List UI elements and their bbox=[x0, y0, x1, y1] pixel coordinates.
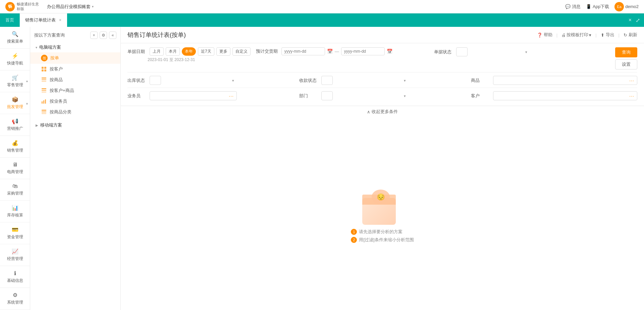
scheme-by-order[interactable]: 按 按单 bbox=[30, 52, 120, 64]
collapse-icon: ∧ bbox=[367, 109, 370, 114]
salesperson-more-icon[interactable]: ··· bbox=[226, 93, 236, 99]
message-button[interactable]: 💬 消息 bbox=[565, 4, 581, 10]
goods-input[interactable] bbox=[493, 76, 627, 85]
mobile-scheme-section: ▶ 移动端方案 bbox=[30, 119, 120, 132]
message-icon: 💬 bbox=[565, 4, 571, 9]
sidebar-item-retail[interactable]: 🛒 零售管理 ▾ bbox=[0, 70, 30, 92]
scheme-by-product[interactable]: 按商品 bbox=[30, 74, 120, 85]
mobile-scheme-header[interactable]: ▶ 移动端方案 bbox=[30, 120, 120, 130]
ship-status-select[interactable] bbox=[150, 76, 161, 85]
help-button[interactable]: ❓ 帮助 bbox=[537, 32, 552, 38]
settings-scheme-button[interactable]: ⚙ bbox=[100, 32, 107, 39]
tab-bar-actions: × ⤢ bbox=[625, 13, 644, 27]
search-icon: 🔍 bbox=[12, 31, 18, 37]
export-button[interactable]: ⬆ 导出 bbox=[601, 32, 614, 38]
scheme-by-customer-icon bbox=[41, 66, 47, 72]
svg-rect-15 bbox=[42, 113, 46, 114]
top-bar-left: 畅 畅捷通好生意 标版 办公用品行业模拟账套 ▾ bbox=[5, 2, 94, 11]
sidebar-item-sales[interactable]: 💰 销售管理 bbox=[0, 136, 30, 158]
user-menu-button[interactable]: Ea demo2 bbox=[614, 2, 639, 11]
salesperson-input[interactable] bbox=[150, 92, 226, 100]
svg-rect-2 bbox=[42, 69, 44, 71]
page-title: 销售订单统计表(按单) bbox=[127, 31, 186, 39]
mobile-section-arrow-icon: ▶ bbox=[36, 123, 38, 127]
date-7days-button[interactable]: 近7天 bbox=[198, 47, 214, 56]
dept-select[interactable] bbox=[321, 91, 333, 100]
sales-icon: 💰 bbox=[12, 140, 18, 146]
add-scheme-button[interactable]: + bbox=[90, 32, 98, 39]
sidebar-item-search-menu[interactable]: 🔍 搜索菜单 bbox=[0, 27, 30, 49]
system-icon: ⚙ bbox=[13, 292, 17, 298]
scheme-by-product-category-icon bbox=[41, 109, 47, 115]
svg-rect-7 bbox=[42, 88, 46, 89]
wholesale-arrow-icon: ▴ bbox=[26, 101, 28, 105]
app-title-arrow-icon[interactable]: ▾ bbox=[92, 5, 94, 8]
top-bar-right: 💬 消息 📱 App下载 Ea demo2 bbox=[565, 2, 639, 11]
sidebar: 🔍 搜索菜单 ⚡ 快捷导航 🛒 零售管理 ▾ 📦 批发管理 ▴ 📢 营销推广 💰… bbox=[0, 27, 30, 310]
sidebar-item-marketing[interactable]: 📢 营销推广 bbox=[0, 114, 30, 136]
svg-rect-8 bbox=[42, 90, 46, 91]
collapse-conditions-button[interactable]: ∧ 收起更多条件 bbox=[367, 109, 398, 115]
basic-icon: ℹ bbox=[14, 270, 16, 276]
forecast-date-to-input[interactable] bbox=[341, 47, 385, 55]
hint-num-2: 2 bbox=[351, 237, 357, 243]
tab-bar: 首页 销售订单统计表 × × ⤢ bbox=[0, 13, 644, 27]
collapse-bar: ∧ 收起更多条件 bbox=[121, 106, 644, 117]
forecast-date-from-input[interactable] bbox=[281, 47, 325, 55]
window-expand-icon[interactable]: ⤢ bbox=[636, 17, 640, 23]
svg-rect-13 bbox=[42, 110, 46, 111]
reset-button[interactable]: 设置 bbox=[615, 59, 637, 69]
sidebar-item-basic[interactable]: ℹ 基础信息 bbox=[0, 266, 30, 288]
date-custom-button[interactable]: 自定义 bbox=[232, 47, 251, 56]
download-icon: 📱 bbox=[586, 4, 591, 9]
app-title: 办公用品行业模拟账套 bbox=[47, 4, 91, 10]
forecast-date-label: 预计交货期 bbox=[256, 48, 279, 54]
window-close-icon[interactable]: × bbox=[629, 17, 632, 23]
customer-more-icon[interactable]: ··· bbox=[627, 93, 637, 99]
svg-rect-1 bbox=[44, 67, 46, 69]
svg-rect-5 bbox=[42, 79, 46, 80]
svg-rect-3 bbox=[44, 69, 46, 71]
date-filter-label: 单据日期 bbox=[127, 49, 148, 55]
forecast-from-calendar-icon[interactable]: 📅 bbox=[327, 49, 333, 54]
sidebar-item-quick-nav[interactable]: ⚡ 快捷导航 bbox=[0, 49, 30, 70]
receipt-status-select[interactable] bbox=[321, 76, 333, 85]
app-title-area: 办公用品行业模拟账套 ▾ bbox=[42, 4, 94, 10]
query-button[interactable]: 查询 bbox=[615, 47, 637, 57]
date-more-button[interactable]: 更多 bbox=[216, 47, 230, 56]
sidebar-item-operations[interactable]: 📈 经营管理 bbox=[0, 244, 30, 266]
scheme-by-customer-product[interactable]: 按客户+商品 bbox=[30, 85, 120, 96]
template-print-button[interactable]: 🖨 按模板打印 ▾ bbox=[561, 32, 591, 38]
date-this-month-button[interactable]: 本月 bbox=[166, 47, 180, 56]
pc-scheme-section: ▾ 电脑端方案 按 按单 按 bbox=[30, 41, 120, 119]
sidebar-item-inventory[interactable]: 📊 库存核算 bbox=[0, 201, 30, 222]
goods-more-icon[interactable]: ··· bbox=[627, 78, 637, 83]
sidebar-item-finance[interactable]: 💳 资金管理 bbox=[0, 222, 30, 244]
collapse-panel-button[interactable]: « bbox=[109, 32, 116, 39]
svg-rect-10 bbox=[42, 101, 43, 104]
refresh-button[interactable]: ↻ 刷新 bbox=[624, 32, 637, 38]
tab-sales-order[interactable]: 销售订单统计表 × bbox=[20, 13, 67, 27]
tab-close-icon[interactable]: × bbox=[59, 18, 61, 22]
refresh-icon: ↻ bbox=[624, 33, 627, 38]
filter-section: 单据日期 上月 本月 本年 近7天 更多 自定义 2023-01-01 至 20… bbox=[121, 43, 644, 106]
salesperson-label: 业务员 bbox=[127, 93, 148, 99]
retail-arrow-icon: ▾ bbox=[26, 80, 28, 83]
tab-home[interactable]: 首页 bbox=[0, 13, 20, 27]
sidebar-item-ecommerce[interactable]: 🖥 电商管理 bbox=[0, 158, 30, 179]
date-prev-month-button[interactable]: 上月 bbox=[150, 47, 164, 56]
forecast-to-calendar-icon[interactable]: 📅 bbox=[387, 49, 392, 54]
customer-input[interactable] bbox=[493, 92, 627, 100]
scheme-by-customer[interactable]: 按客户 bbox=[30, 64, 120, 74]
scheme-by-salesperson-icon bbox=[41, 98, 47, 104]
panel-header: 按以下方案查询 + ⚙ « bbox=[30, 30, 120, 41]
scheme-by-salesperson[interactable]: 按业务员 bbox=[30, 96, 120, 107]
date-this-year-button[interactable]: 本年 bbox=[182, 47, 196, 56]
sidebar-item-system[interactable]: ⚙ 系统管理 bbox=[0, 288, 30, 310]
doc-status-select[interactable] bbox=[456, 47, 468, 56]
sidebar-item-purchase[interactable]: 🛍 采购管理 bbox=[0, 179, 30, 201]
pc-scheme-header[interactable]: ▾ 电脑端方案 bbox=[30, 42, 120, 52]
app-download-button[interactable]: 📱 App下载 bbox=[586, 4, 609, 10]
scheme-by-product-category[interactable]: 按商品分类 bbox=[30, 107, 120, 117]
sidebar-item-wholesale[interactable]: 📦 批发管理 ▴ bbox=[0, 92, 30, 114]
